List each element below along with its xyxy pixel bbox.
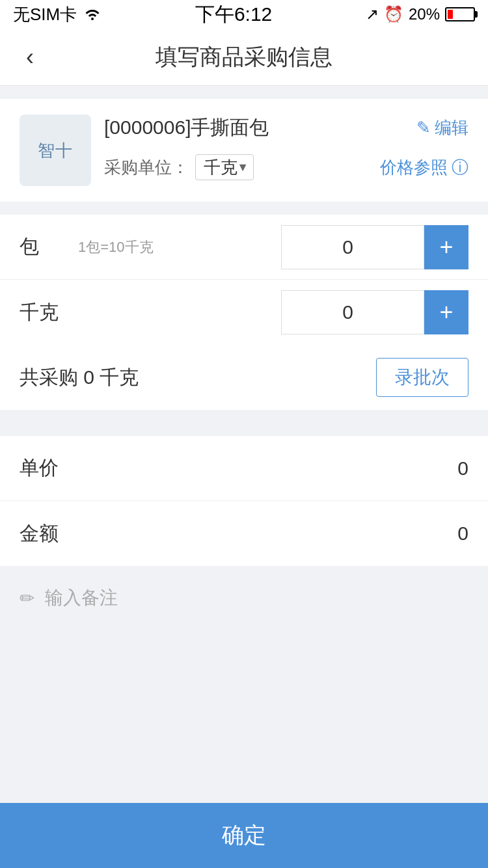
product-image: 智十 [20, 115, 91, 186]
unit-select[interactable]: 千克 [195, 154, 254, 180]
status-right: ↗ ⏰ 20% [366, 5, 475, 23]
pencil-icon: ✏ [20, 588, 34, 609]
status-time: 下午6:12 [195, 1, 272, 28]
unit-price-row: 单价 0 [0, 436, 488, 501]
wifi-icon [83, 5, 102, 25]
amount-row: 金额 0 [0, 501, 488, 566]
status-left: 无SIM卡 [13, 3, 102, 26]
unit-price-value: 0 [457, 457, 468, 480]
divider-2 [0, 410, 488, 423]
price-ref-label: 价格参照 [380, 156, 448, 179]
edit-label: 编辑 [435, 116, 468, 139]
unit-select-wrapper[interactable]: 千克 [189, 154, 254, 180]
amount-value: 0 [457, 522, 468, 545]
product-name: [0000006]手撕面包 [104, 115, 269, 141]
unit-price-label: 单价 [20, 455, 59, 481]
summary-text: 共采购 0 千克 [20, 364, 139, 391]
info-icon: ⓘ [452, 156, 468, 179]
bag-label: 包 [20, 234, 72, 260]
nav-bar: ‹ 填写商品采购信息 [0, 29, 488, 86]
notes-section[interactable]: ✏ 输入备注 [0, 566, 488, 761]
kg-number-input[interactable] [281, 290, 424, 334]
bag-sublabel: 1包=10千克 [78, 237, 281, 257]
notes-placeholder: 输入备注 [45, 586, 118, 610]
alarm-icon: ⏰ [384, 5, 403, 23]
edit-icon: ✎ [416, 118, 431, 138]
nav-title: 填写商品采购信息 [156, 42, 332, 72]
edit-button[interactable]: ✎ 编辑 [416, 116, 468, 139]
kg-input-row: 千克 + [0, 280, 488, 345]
battery-icon [445, 7, 475, 21]
batch-button[interactable]: 录批次 [376, 358, 468, 397]
amount-label: 金额 [20, 521, 59, 547]
price-ref-button[interactable]: 价格参照 ⓘ [380, 156, 468, 179]
info-section: 单价 0 金额 0 [0, 436, 488, 566]
battery-percent: 20% [409, 5, 440, 23]
carrier-text: 无SIM卡 [13, 3, 77, 26]
divider-1 [0, 202, 488, 215]
bag-input-row: 包 1包=10千克 + [0, 215, 488, 280]
kg-input-control: + [281, 290, 468, 334]
status-bar: 无SIM卡 下午6:12 ↗ ⏰ 20% [0, 0, 488, 29]
product-info: [0000006]手撕面包 ✎ 编辑 采购单位： 千克 价格参照 ⓘ [104, 115, 468, 180]
input-section: 包 1包=10千克 + 千克 + [0, 215, 488, 345]
location-icon: ↗ [366, 5, 379, 23]
product-name-row: [0000006]手撕面包 ✎ 编辑 [104, 115, 468, 141]
product-card: 智十 [0000006]手撕面包 ✎ 编辑 采购单位： 千克 价格参照 ⓘ [0, 99, 488, 202]
unit-label: 采购单位： [104, 156, 189, 179]
bag-input-control: + [281, 225, 468, 269]
bag-plus-button[interactable]: + [424, 225, 468, 269]
back-button[interactable]: ‹ [20, 37, 40, 77]
confirm-button[interactable]: 确定 [0, 803, 488, 868]
purchase-unit-row: 采购单位： 千克 价格参照 ⓘ [104, 154, 468, 180]
notes-row: ✏ 输入备注 [20, 586, 468, 610]
kg-plus-button[interactable]: + [424, 290, 468, 334]
product-image-text: 智十 [38, 139, 73, 162]
summary-row: 共采购 0 千克 录批次 [0, 345, 488, 410]
kg-label: 千克 [20, 299, 72, 326]
bag-number-input[interactable] [281, 225, 424, 269]
